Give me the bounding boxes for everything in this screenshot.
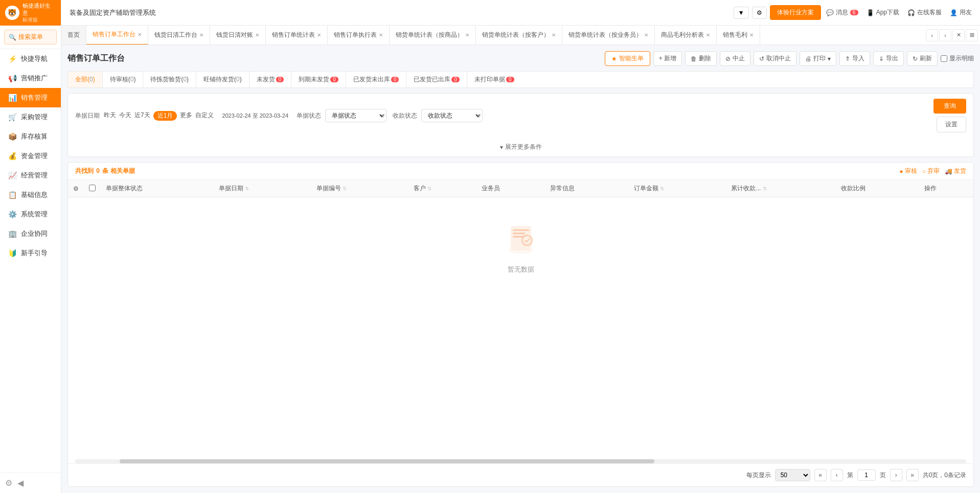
settings-icon[interactable]: ⚙	[5, 478, 12, 488]
delete-button[interactable]: 🗑 删除	[685, 51, 717, 66]
filter-tab-pending-review[interactable]: 待审核(0)	[103, 72, 144, 87]
sidebar-item-sales[interactable]: 📊 销售管理	[0, 88, 61, 107]
date-more[interactable]: 更多	[180, 111, 192, 121]
unreview-btn[interactable]: ○ 弃审	[922, 167, 940, 175]
solution-button[interactable]: 体验行业方案	[770, 5, 821, 20]
message-action[interactable]: 💬 消息 6	[826, 8, 858, 17]
th-collected[interactable]: 累计收款...	[726, 180, 836, 197]
tab-cash-reconcile[interactable]: 钱货日清对账 ✕	[210, 26, 266, 45]
stop-button[interactable]: ⊘ 中止	[720, 51, 750, 66]
select-all-checkbox[interactable]	[89, 185, 96, 191]
review-btn[interactable]: ● 审核	[900, 167, 917, 175]
new-button[interactable]: + 新增	[653, 51, 682, 66]
date-yesterday[interactable]: 昨天	[104, 111, 116, 121]
sidebar-item-inventory[interactable]: 📦 库存核算	[0, 127, 61, 146]
sidebar-item-quick-nav[interactable]: ⚡ 快捷导航	[0, 49, 61, 69]
horizontal-scrollbar[interactable]	[75, 459, 966, 463]
scrollbar-thumb[interactable]	[120, 459, 654, 463]
tab-sales-stats[interactable]: 销售订单统计表 ✕	[266, 26, 328, 45]
sidebar-item-base[interactable]: 📋 基础信息	[0, 185, 61, 205]
smart-create-button[interactable]: ★ 智能生单	[605, 51, 650, 66]
tab-cash-day[interactable]: 钱货日清工作台 ✕	[148, 26, 210, 45]
date-1month[interactable]: 近1月	[153, 111, 177, 121]
next-page-btn[interactable]: ›	[890, 469, 902, 481]
print-button[interactable]: 🖨 打印 ▾	[800, 51, 836, 66]
system-dropdown-btn[interactable]: ▼	[734, 7, 749, 19]
filter-tab-pending-check[interactable]: 待拣货验货(0)	[143, 72, 196, 87]
date-range-display: 2023-02-24 至 2023-03-24	[222, 112, 288, 120]
export-button[interactable]: ⇓ 导出	[873, 51, 904, 66]
payment-select[interactable]: 收款状态	[421, 109, 483, 122]
filter-tab-not-shipped[interactable]: 未发货0	[249, 72, 292, 87]
search-menu-button[interactable]: 🔍 搜索菜单	[4, 30, 57, 44]
status-select[interactable]: 单据状态	[325, 109, 386, 122]
tab-close-goods-margin[interactable]: ✕	[706, 32, 710, 38]
last-page-btn[interactable]: »	[906, 469, 919, 481]
set-button[interactable]: 设置	[937, 117, 966, 132]
tab-goods-stats-staff[interactable]: 销货单统计表（按业务员） ✕	[562, 26, 655, 45]
expand-conditions-btn[interactable]: ▾ 展开更多条件	[500, 143, 542, 151]
show-detail-checkbox[interactable]	[941, 55, 947, 62]
th-number[interactable]: 单据编号	[311, 180, 409, 197]
filter-tab-not-printed[interactable]: 未打印单据0	[467, 72, 521, 87]
sidebar-item-marketing[interactable]: 📢 营销推广	[0, 69, 61, 88]
user-action[interactable]: 👤 用友	[950, 8, 972, 17]
sidebar-item-purchase[interactable]: 🛒 采购管理	[0, 107, 61, 127]
tab-close-goods-stats-staff[interactable]: ✕	[644, 32, 648, 38]
sidebar-item-guide[interactable]: 🔰 新手引导	[0, 243, 61, 263]
tabs-expand-btn[interactable]: ⊞	[966, 29, 978, 41]
table-scroll-area[interactable]: ⚙ 单据整体状态 单据日期 单	[68, 180, 973, 459]
filter-tab-overdue-not-shipped[interactable]: 到期未发货0	[291, 72, 346, 87]
online-service-action[interactable]: 🎧 在线客服	[907, 8, 942, 17]
column-settings-icon[interactable]: ⚙	[73, 185, 79, 192]
page-number-input[interactable]	[857, 469, 876, 481]
sidebar-item-ops[interactable]: 📈 经营管理	[0, 166, 61, 185]
show-detail-label[interactable]: 显示明细	[941, 54, 974, 63]
cancel-stop-button[interactable]: ↺ 取消中止	[754, 51, 796, 66]
tab-home[interactable]: 首页	[61, 26, 86, 45]
tab-close-sales-workbench[interactable]: ✕	[138, 32, 142, 37]
tab-close-sales-exec[interactable]: ✕	[379, 32, 383, 38]
filter-tab-all[interactable]: 全部(0)	[68, 72, 103, 87]
tab-sales-exec[interactable]: 销售订单执行表 ✕	[328, 26, 390, 45]
sidebar-item-finance[interactable]: 💰 资金管理	[0, 146, 61, 166]
tab-close-goods-stats-product[interactable]: ✕	[465, 32, 469, 38]
filter-tab-shipped-out[interactable]: 已发货已出库0	[406, 72, 467, 87]
page-size-select[interactable]: 50 10 20 100	[775, 469, 810, 481]
sidebar-item-corp[interactable]: 🏢 企业协同	[0, 224, 61, 243]
ship-btn[interactable]: 🚚 发货	[945, 167, 966, 175]
tab-goods-margin[interactable]: 商品毛利分析表 ✕	[655, 26, 717, 45]
tab-close-cash-reconcile[interactable]: ✕	[255, 32, 259, 38]
tab-close-cash-day[interactable]: ✕	[199, 32, 203, 38]
tabs-prev-btn[interactable]: ‹	[926, 29, 938, 41]
app-download-action[interactable]: 📱 App下载	[867, 8, 899, 17]
settings-btn[interactable]: ⚙	[752, 7, 767, 19]
tabs-close-btn[interactable]: ✕	[952, 29, 965, 41]
tab-goods-stats-customer[interactable]: 销货单统计表（按客户） ✕	[476, 26, 562, 45]
tab-sales-gross[interactable]: 销售毛利 ✕	[717, 26, 760, 45]
date-custom[interactable]: 自定义	[195, 111, 214, 121]
tab-sales-workbench[interactable]: 销售订单工作台 ✕	[86, 26, 148, 45]
collapse-sidebar-icon[interactable]: ◀	[17, 478, 24, 488]
headset-icon: 🎧	[907, 9, 915, 16]
tab-close-sales-stats[interactable]: ✕	[317, 32, 321, 38]
building-icon: 🏢	[8, 230, 17, 238]
sidebar-item-system[interactable]: ⚙️ 系统管理	[0, 205, 61, 224]
th-amount[interactable]: 订单金额	[629, 180, 726, 197]
query-button[interactable]: 查询	[933, 99, 966, 114]
th-status: 单据整体状态	[101, 180, 214, 197]
prev-page-btn[interactable]: ‹	[831, 469, 843, 481]
th-date[interactable]: 单据日期	[214, 180, 311, 197]
import-button[interactable]: ⇑ 导入	[839, 51, 870, 66]
tab-goods-stats-product[interactable]: 销货单统计表（按商品） ✕	[390, 26, 476, 45]
date-today[interactable]: 今天	[119, 111, 131, 121]
filter-tab-wangpu-ship[interactable]: 旺铺待发货(0)	[196, 72, 249, 87]
th-customer[interactable]: 客户	[408, 180, 476, 197]
tab-close-sales-gross[interactable]: ✕	[749, 32, 754, 38]
refresh-button[interactable]: ↻ 刷新	[907, 51, 938, 66]
tabs-next-btn[interactable]: ›	[939, 29, 951, 41]
tab-close-goods-stats-customer[interactable]: ✕	[552, 32, 556, 38]
filter-tab-shipped-not-out[interactable]: 已发货未出库0	[346, 72, 407, 87]
date-7days[interactable]: 近7天	[134, 111, 150, 121]
first-page-btn[interactable]: «	[814, 469, 827, 481]
